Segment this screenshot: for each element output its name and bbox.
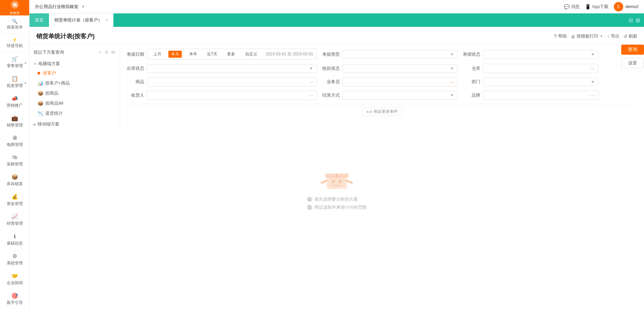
page-header: 销货单统计表(按客户) ? 帮助 🖨 按模板打印 ▼ ↑ 导出 ↺ 刷新 [30, 27, 644, 45]
enterprise-icon: 🤝 [0, 273, 29, 279]
sidebar-item-system[interactable]: ⚙ 系统管理 [0, 250, 29, 269]
scheme-item-by-customer[interactable]: 按客户 [30, 68, 120, 78]
tab-active-label: 销货单统计表（按客户） [54, 17, 102, 23]
salesperson-dots: ··· [450, 79, 454, 85]
date-btn-7days[interactable]: 近7天 [204, 51, 220, 58]
tab-home[interactable]: 首页 [30, 13, 49, 27]
date-btn-custom[interactable]: 自定义 [243, 51, 260, 58]
collapse-button[interactable]: ∧∧ 收起更多条件 [362, 107, 402, 116]
header-dropdown-icon[interactable]: ▼ [81, 4, 85, 9]
app-download-button[interactable]: 📱 App下载 [585, 4, 608, 10]
tip-num-1: 1 [307, 197, 312, 202]
sidebar-item-sales[interactable]: 💼 销售管理 [0, 112, 29, 132]
date-filter-label: 单据日期 [125, 51, 144, 57]
setting-button[interactable]: 设置 [621, 58, 644, 68]
department-label: 部门 [462, 79, 480, 85]
return-stats-label: 退货统计 [45, 110, 63, 116]
main-area: 办公用品行业模拟账套 ▼ 💬 消息 📱 App下载 E demo2 首页 销货单… [30, 0, 644, 310]
collapse-label: 收起更多条件 [374, 109, 398, 114]
scheme-collapse-icon[interactable]: ≪ [111, 49, 116, 55]
tab-active[interactable]: 销货单统计表（按客户） × [49, 13, 113, 27]
header-title: 办公用品行业模拟账套 [35, 4, 78, 10]
sidebar-item-retail[interactable]: 🛒 零售管理 ▲ [0, 52, 29, 72]
sidebar-item-wholesale[interactable]: 📋 批发管理 ▲ [0, 72, 29, 92]
svg-rect-8 [333, 185, 341, 186]
sidebar-item-quicknav[interactable]: ⚡ 快捷导航 [0, 34, 29, 52]
tab-bar: 首页 销货单统计表（按客户） × ⊟ ⊞ [30, 13, 644, 27]
svg-text:畅: 畅 [12, 2, 17, 7]
sidebar-item-basicinfo[interactable]: ℹ 基础信息 [0, 230, 29, 250]
tab-minimize-button[interactable]: ⊟ [629, 17, 633, 23]
sidebar-item-purchase[interactable]: 🛍 采购管理 [0, 151, 29, 170]
out-state-filter-group: 出库状态 ▼ [125, 64, 317, 73]
newguide-icon: 🎯 [0, 293, 29, 299]
settlement-filter-group: 结算方式 ▼ [321, 91, 458, 100]
user-profile-button[interactable]: E demo2 [614, 2, 639, 11]
tip-num-2: 2 [307, 205, 312, 210]
bill-state-control[interactable]: ▼ [483, 50, 598, 59]
username-label: demo2 [625, 4, 639, 9]
operations-icon: 📈 [0, 213, 29, 220]
export-button[interactable]: ↑ 导出 [607, 33, 620, 39]
sidebar-item-inventory[interactable]: 📦 库存核算 [0, 170, 29, 190]
bill-type-control[interactable]: ▼ [342, 50, 458, 59]
sidebar-item-finance[interactable]: 💰 资金管理 [0, 190, 29, 210]
scheme-item-by-product[interactable]: 📦 按商品 [30, 88, 120, 98]
collapse-row: ∧∧ 收起更多条件 [125, 104, 639, 119]
refresh-label: 刷新 [629, 33, 637, 39]
date-btn-thismonth[interactable]: 本月 [168, 51, 182, 58]
logo[interactable]: 畅 标账版 [0, 0, 30, 15]
by-customer-label: 按客户 [43, 70, 56, 76]
header-right: 💬 消息 📱 App下载 E demo2 [564, 2, 639, 11]
scheme-title: 按以下方案查询 [34, 49, 64, 55]
brand-filter-group: 品牌 ··· [462, 91, 639, 100]
salesperson-filter-group: 业务员 ··· [321, 77, 458, 87]
department-control[interactable]: ▼ [483, 78, 598, 86]
out-state-label: 出库状态 [125, 65, 144, 71]
marketing-icon: 📣 [0, 95, 29, 102]
sidebar-item-operations[interactable]: 📈 经营管理 [0, 210, 29, 230]
scheme-item-return-stats[interactable]: 📉 退货统计 [30, 108, 120, 118]
date-btn-more[interactable]: 更多 [224, 51, 238, 58]
by-product-icon: 📦 [38, 91, 43, 96]
pc-scheme-header[interactable]: ▼ 电脑端方案 [30, 59, 120, 68]
brand-control[interactable]: ··· [483, 91, 598, 100]
collect-state-label: 收款状态 [321, 65, 340, 71]
sidebar-item-enterprise[interactable]: 🤝 企业协同 [0, 269, 29, 289]
date-btn-thisyear[interactable]: 本年 [186, 51, 200, 58]
collect-state-control[interactable]: ▼ [342, 64, 458, 73]
scheme-item-customer-product[interactable]: 📊 按客户+商品 [30, 78, 120, 88]
mobile-scheme-header[interactable]: ▶ 移动端方案 [30, 120, 120, 128]
sidebar-item-newguide[interactable]: 🎯 新手引导 [0, 289, 29, 309]
sidebar-item-marketing[interactable]: 📣 营销推广 [0, 92, 29, 112]
sidebar-item-search[interactable]: 🔍 搜索菜单 [0, 15, 29, 34]
filter-row-2: 出库状态 ▼ 收款状态 ▼ 仓库 [125, 64, 639, 73]
quicknav-icon: ⚡ [0, 37, 29, 42]
settlement-label: 结算方式 [321, 92, 340, 98]
receiver-label: 收货人 [125, 92, 144, 98]
tab-close-icon[interactable]: × [106, 18, 108, 22]
product-control[interactable]: ··· [147, 77, 317, 87]
warehouse-control[interactable]: ··· [483, 64, 598, 73]
refresh-button[interactable]: ↺ 刷新 [624, 33, 637, 39]
scheme-settings-icon[interactable]: ⊙ [105, 49, 109, 55]
scheme-header: 按以下方案查询 ＋ ⊙ ≪ [30, 48, 120, 58]
scheme-item-by-product99[interactable]: 📦 按商品99 [30, 98, 120, 108]
receiver-control[interactable]: ··· [147, 91, 317, 100]
receiver-filter-group: 收货人 ··· [125, 91, 317, 100]
salesperson-control[interactable]: ··· [342, 77, 458, 87]
help-button[interactable]: ? 帮助 [554, 33, 567, 39]
date-range-text: 2023-03-01 至 2023-03-31 [266, 51, 313, 57]
query-button[interactable]: 查询 [621, 45, 644, 55]
sidebar-item-ecommerce[interactable]: 🖥 电商管理 [0, 132, 29, 151]
out-state-control[interactable]: ▼ [147, 64, 317, 73]
date-filter-control[interactable]: 上月 本月 本年 近7天 更多 自定义 2023-03-01 至 2023-03… [147, 49, 317, 60]
message-button[interactable]: 💬 消息 [564, 4, 580, 10]
print-button[interactable]: 🖨 按模板打印 ▼ [571, 33, 603, 39]
settlement-control[interactable]: ▼ [342, 91, 458, 100]
warehouse-filter-group: 仓库 ··· [462, 64, 639, 73]
date-btn-lastmonth[interactable]: 上月 [151, 51, 164, 58]
customer-product-label: 按客户+商品 [45, 80, 70, 86]
scheme-add-icon[interactable]: ＋ [98, 49, 103, 55]
tab-maximize-button[interactable]: ⊞ [636, 17, 640, 23]
